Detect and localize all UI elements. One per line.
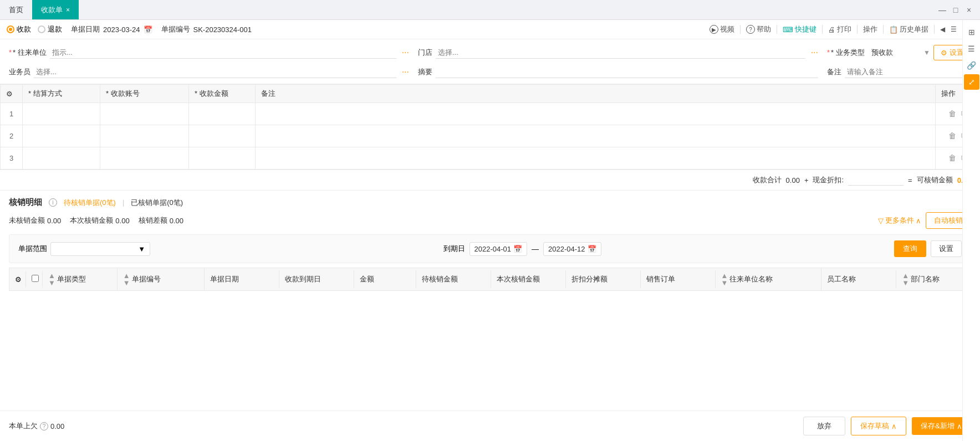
sub-table-header: ⚙ ▲▼ 单据类型 ▲▼ 单据编号 单据日期 收款到期日 金额: [9, 268, 971, 291]
number-field: 单据编号 SK-20230324-001: [161, 24, 252, 34]
shortcut-action[interactable]: ⌨ 快捷键: [783, 24, 816, 34]
table-row: 3 🗑 ⧉: [1, 147, 980, 170]
operate-label: 操作: [863, 24, 877, 34]
hx-pending-tab[interactable]: 待核销单据(0笔): [64, 198, 116, 208]
th-settings[interactable]: ⚙: [1, 85, 23, 103]
divider-5: [883, 25, 884, 34]
sub-th-gear[interactable]: ⚙: [9, 271, 26, 288]
hx-done-tab[interactable]: 已核销单据(0笔): [131, 198, 183, 208]
summary-input[interactable]: [436, 66, 818, 78]
salesperson-input[interactable]: [34, 66, 396, 78]
cell-amount-2[interactable]: [189, 125, 256, 147]
save-draft-button[interactable]: 保存草稿 ∧: [851, 417, 906, 435]
salesperson-ellipsis[interactable]: ···: [402, 67, 409, 77]
nav-left[interactable]: ◀: [940, 25, 945, 33]
shortcut-label: 快捷键: [795, 24, 816, 34]
th-settlement-label: * 结算方式: [28, 89, 62, 98]
shop-ellipsis[interactable]: ···: [811, 48, 818, 58]
delete-icon-1[interactable]: 🗑: [948, 109, 956, 118]
shop-input[interactable]: [436, 47, 805, 59]
sidebar-expand-icon[interactable]: ⤢: [964, 74, 979, 90]
tab-close-icon[interactable]: ×: [66, 6, 70, 14]
hx-section: 核销明细 i 待核销单据(0笔) | 已核销单据(0笔) 未核销金额 0.00 …: [0, 191, 980, 298]
delete-icon-2[interactable]: 🗑: [948, 131, 956, 140]
query-button[interactable]: 查询: [894, 240, 926, 257]
hx-settings-button[interactable]: 设置: [931, 240, 962, 257]
th-operate-label: 操作: [941, 89, 956, 98]
radio-refund-label: 退款: [48, 24, 62, 34]
cell-settlement-2[interactable]: [23, 125, 100, 147]
partner-input[interactable]: [50, 47, 396, 59]
discard-button[interactable]: 放弃: [803, 417, 845, 435]
video-action[interactable]: ▶ 视频: [710, 24, 734, 34]
divider-2: [777, 25, 777, 34]
divider-4: [857, 25, 858, 34]
total-label: 收款合计: [753, 175, 782, 185]
sub-sort-icon-4[interactable]: ▲▼: [902, 272, 909, 286]
sub-sort-icon-3[interactable]: ▲▼: [721, 272, 728, 286]
sub-th-type-label: 单据类型: [57, 274, 86, 284]
sidebar-link-icon[interactable]: 🔗: [964, 58, 979, 73]
close-window-button[interactable]: ×: [964, 6, 973, 14]
more-conditions-btn[interactable]: ▽ 更多条件 ∧: [878, 216, 921, 225]
hx-info-icon[interactable]: i: [49, 198, 57, 207]
cell-remark-3[interactable]: [256, 147, 936, 170]
sidebar-table-icon[interactable]: ⊞: [964, 24, 979, 40]
operate-action[interactable]: 操作: [863, 24, 877, 34]
layout-icon[interactable]: ☰: [951, 25, 957, 33]
bottom-info-icon[interactable]: ?: [40, 422, 48, 430]
sub-th-amount: 金额: [354, 270, 416, 288]
this-verify-label: 本次核销金额: [70, 216, 113, 225]
bottom-info: 本单上欠 ? 0.00: [9, 421, 64, 431]
this-verify-value: 0.00: [115, 217, 129, 225]
receipt-table: ⚙ * 结算方式 * 收款账号 * 收款金额 备注 操作: [0, 84, 980, 170]
sidebar-list-icon[interactable]: ☰: [964, 41, 979, 57]
tab-receipt[interactable]: 收款单 ×: [32, 0, 79, 19]
help-action[interactable]: ? 帮助: [746, 24, 771, 34]
date-to-wrap[interactable]: 2022-04-12 📅: [543, 242, 601, 256]
cell-account-2[interactable]: [100, 125, 189, 147]
history-action[interactable]: 📋 历史单据: [889, 24, 928, 34]
table-area: ⚙ * 结算方式 * 收款账号 * 收款金额 备注 操作: [0, 84, 980, 170]
video-icon: ▶: [710, 25, 718, 34]
discount-input[interactable]: [848, 175, 904, 186]
number-value[interactable]: SK-20230324-001: [193, 25, 252, 34]
sub-th-dept: ▲▼ 部门名称: [896, 268, 971, 290]
tab-home[interactable]: 首页: [0, 0, 32, 19]
biz-type-dropdown-icon[interactable]: ▼: [923, 49, 930, 57]
maximize-button[interactable]: □: [951, 6, 960, 14]
cell-remark-1[interactable]: [256, 103, 936, 125]
select-all-checkbox[interactable]: [32, 275, 39, 282]
filter-row: 单据范围 ▼ 到期日 2022-04-01 📅 — 2022-04-12 📅: [9, 234, 971, 263]
sub-sort-icon-2[interactable]: ▲▼: [123, 272, 130, 286]
date-from-wrap[interactable]: 2022-04-01 📅: [469, 242, 528, 256]
sub-th-amount-label: 金额: [360, 274, 374, 284]
cell-account-3[interactable]: [100, 147, 189, 170]
calendar-icon[interactable]: 📅: [144, 25, 152, 34]
print-action[interactable]: 🖨 打印: [828, 24, 851, 34]
date-value[interactable]: 2023-03-24: [103, 25, 140, 34]
radio-receipt[interactable]: 收款: [7, 24, 31, 34]
calendar-to-icon[interactable]: 📅: [588, 245, 596, 253]
range-select[interactable]: ▼: [50, 242, 150, 256]
date-range: 到期日 2022-04-01 📅 — 2022-04-12 📅: [443, 242, 601, 256]
cell-settlement-3[interactable]: [23, 147, 100, 170]
calendar-from-icon[interactable]: 📅: [513, 245, 522, 253]
cell-amount-1[interactable]: [189, 103, 256, 125]
bottom-info-label: 本单上欠: [9, 421, 38, 431]
minimize-button[interactable]: —: [938, 6, 947, 14]
sub-sort-icon[interactable]: ▲▼: [48, 272, 55, 286]
cell-amount-3[interactable]: [189, 147, 256, 170]
range-field: 单据范围 ▼: [18, 242, 150, 256]
th-settlement: * 结算方式: [23, 85, 100, 103]
delete-icon-3[interactable]: 🗑: [948, 153, 956, 162]
equals-sign: =: [908, 176, 912, 184]
salesperson-field: 业务员 ···: [9, 66, 409, 78]
remark-input[interactable]: [845, 66, 971, 78]
partner-ellipsis[interactable]: ···: [402, 48, 409, 58]
radio-refund[interactable]: 退款: [38, 24, 62, 34]
sub-th-checkbox-col[interactable]: [26, 271, 43, 288]
cell-settlement-1[interactable]: [23, 103, 100, 125]
cell-account-1[interactable]: [100, 103, 189, 125]
cell-remark-2[interactable]: [256, 125, 936, 147]
